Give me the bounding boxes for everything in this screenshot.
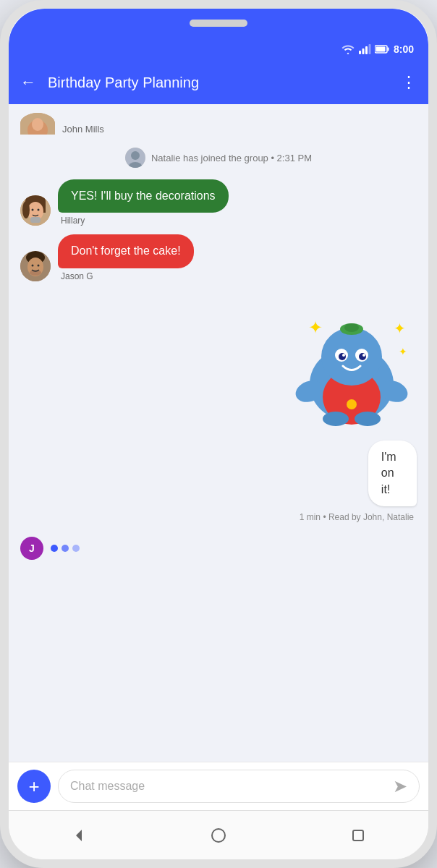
svg-point-45 bbox=[355, 412, 381, 426]
svg-point-47 bbox=[212, 829, 225, 842]
svg-rect-2 bbox=[365, 46, 368, 54]
nav-back-button[interactable] bbox=[66, 822, 92, 848]
jason-bubble: Don't forget the cake! bbox=[58, 234, 194, 268]
jason-sender-label: Jason G bbox=[58, 271, 194, 281]
send-button[interactable]: ➤ bbox=[387, 776, 413, 796]
jason-message-text: Don't forget the cake! bbox=[71, 244, 181, 257]
nav-home-button[interactable] bbox=[205, 822, 232, 848]
status-time: 8:00 bbox=[394, 43, 414, 55]
wifi-icon bbox=[341, 44, 355, 54]
svg-rect-6 bbox=[376, 47, 385, 52]
sticker-area: ✦ ✦ ✦ bbox=[20, 290, 417, 435]
add-icon: + bbox=[28, 777, 39, 796]
svg-rect-1 bbox=[362, 48, 364, 54]
svg-point-43 bbox=[362, 354, 365, 357]
svg-point-40 bbox=[339, 353, 346, 360]
chat-input-container[interactable]: Chat message ➤ bbox=[58, 770, 420, 803]
hillary-message-text: YES! I'll buy the decorations bbox=[71, 190, 216, 202]
message-meta: 1 min • Read by John, Natalie bbox=[300, 512, 417, 522]
phone-notch bbox=[9, 9, 428, 38]
jason-avatar bbox=[20, 251, 51, 281]
app-bar: ← Birthday Party Planning ⋮ bbox=[9, 61, 428, 104]
svg-text:✦: ✦ bbox=[308, 318, 323, 337]
svg-point-9 bbox=[32, 118, 43, 131]
typing-dots bbox=[51, 545, 80, 552]
outgoing-message-wrap: I'm on it! 1 min • Read by John, Natalie bbox=[20, 441, 417, 522]
svg-point-42 bbox=[342, 354, 345, 357]
svg-point-34 bbox=[347, 399, 357, 409]
message-row-outgoing: I'm on it! bbox=[347, 441, 417, 506]
svg-rect-5 bbox=[387, 48, 389, 51]
john-mills-label: John Mills bbox=[62, 124, 104, 135]
more-button[interactable]: ⋮ bbox=[401, 73, 417, 92]
outgoing-bubble: I'm on it! bbox=[368, 441, 417, 506]
svg-point-17 bbox=[22, 201, 30, 218]
svg-text:✦: ✦ bbox=[399, 346, 407, 357]
svg-point-44 bbox=[323, 412, 349, 426]
typing-indicator: J bbox=[20, 531, 417, 566]
nav-bar bbox=[9, 810, 428, 859]
dot-1 bbox=[51, 545, 58, 552]
phone-shell: 8:00 ← Birthday Party Planning ⋮ John Mi… bbox=[0, 0, 437, 868]
system-text: Natalie has joined the group • 2:31 PM bbox=[151, 153, 312, 163]
hillary-message-wrap: YES! I'll buy the decorations Hillary bbox=[58, 179, 229, 226]
svg-point-35 bbox=[321, 328, 382, 386]
outgoing-bubble-wrap: I'm on it! bbox=[368, 441, 417, 506]
hillary-bubble: YES! I'll buy the decorations bbox=[58, 179, 229, 213]
back-button[interactable]: ← bbox=[20, 75, 36, 90]
svg-point-41 bbox=[359, 353, 366, 360]
hillary-sender-label: Hillary bbox=[58, 216, 229, 226]
status-bar: 8:00 bbox=[9, 38, 428, 61]
partial-avatar-john bbox=[20, 113, 55, 135]
message-row-hillary: YES! I'll buy the decorations Hillary bbox=[20, 179, 417, 226]
chat-area: John Mills Natalie has joined the group … bbox=[9, 104, 428, 762]
battery-icon bbox=[375, 45, 389, 54]
signal-icon bbox=[358, 44, 371, 54]
outgoing-message-text: I'm on it! bbox=[381, 451, 396, 495]
svg-rect-3 bbox=[368, 44, 370, 54]
status-icons bbox=[341, 44, 389, 54]
sticker-monster: ✦ ✦ ✦ bbox=[287, 297, 417, 427]
system-message: Natalie has joined the group • 2:31 PM bbox=[20, 148, 417, 168]
typing-avatar: J bbox=[20, 537, 43, 560]
hillary-avatar bbox=[20, 195, 51, 226]
svg-point-19 bbox=[38, 209, 40, 211]
speaker bbox=[190, 20, 247, 27]
svg-point-25 bbox=[32, 264, 34, 266]
typing-initial: J bbox=[29, 542, 35, 554]
message-row-jason: Don't forget the cake! Jason G bbox=[20, 234, 417, 281]
add-button[interactable]: + bbox=[17, 770, 51, 803]
svg-point-11 bbox=[131, 151, 140, 160]
top-partial-message: John Mills bbox=[20, 113, 417, 135]
app-title: Birthday Party Planning bbox=[48, 75, 389, 91]
phone-inner: 8:00 ← Birthday Party Planning ⋮ John Mi… bbox=[9, 9, 428, 859]
svg-point-24 bbox=[30, 270, 41, 276]
nav-recents-button[interactable] bbox=[345, 822, 371, 848]
chat-message-placeholder[interactable]: Chat message bbox=[70, 780, 387, 793]
svg-rect-0 bbox=[359, 51, 361, 54]
jason-message-wrap: Don't forget the cake! Jason G bbox=[58, 234, 194, 281]
natalie-avatar-system bbox=[125, 148, 145, 168]
dot-2 bbox=[61, 545, 69, 552]
svg-point-37 bbox=[344, 323, 359, 332]
svg-rect-48 bbox=[353, 830, 363, 841]
svg-point-26 bbox=[38, 264, 40, 266]
input-area: + Chat message ➤ bbox=[9, 762, 428, 810]
dot-3 bbox=[72, 545, 80, 552]
svg-point-18 bbox=[32, 209, 34, 211]
svg-text:✦: ✦ bbox=[394, 320, 406, 336]
svg-marker-46 bbox=[76, 830, 82, 841]
svg-rect-20 bbox=[30, 217, 41, 223]
